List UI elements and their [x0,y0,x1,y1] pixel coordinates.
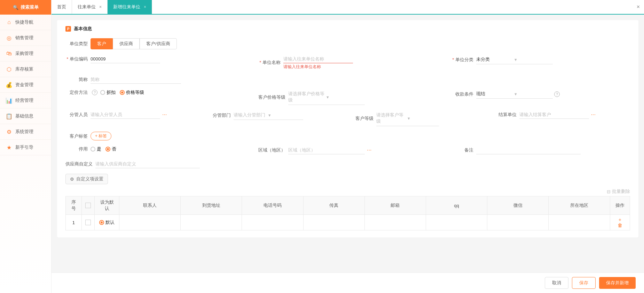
col-phone: 电话号码 [242,196,303,215]
region-more-btn[interactable]: ··· [367,147,371,153]
sidebar-item-operations[interactable]: 📊 经营管理 [0,93,51,108]
settlement-unit-input[interactable] [519,111,589,119]
sidebar-item-guide[interactable]: ★ 新手引导 [0,140,51,155]
row-add-btn[interactable]: + [619,217,621,222]
purchase-icon: 🛍 [6,50,13,57]
settlement-more-btn[interactable]: ··· [591,112,596,118]
remark-input[interactable] [476,146,581,154]
sidebar-item-basic-info[interactable]: 📋 基础信息 [0,108,51,124]
phone-input[interactable] [245,220,299,225]
col-email: 邮箱 [364,196,426,215]
customer-level-select[interactable]: 请选择客户等级 ▾ [376,111,439,126]
unit-name-error: 请输入往来单位名称 [283,64,353,70]
cell-email[interactable] [364,215,426,230]
cell-seq: 1 [66,215,82,230]
shortname-label: 简称 [65,76,88,83]
system-icon: ⚙ [6,128,13,135]
batch-delete-label[interactable]: 批量删除 [612,188,630,195]
dept-select[interactable]: 请输入分管部门 ▾ [234,111,303,120]
chevron-cl-icon: ▾ [408,116,439,121]
manager-more-btn[interactable]: ··· [162,112,167,118]
fax-input[interactable] [307,220,361,225]
row-code-name-category: 单位编码 单位名称 请输入往来单位名称 单位分类 未分类 ▾ [65,55,630,70]
sidebar-item-finance[interactable]: 💰 资金管理 [0,77,51,93]
cell-address[interactable] [181,215,242,230]
chevron-pt-icon: ▾ [515,91,553,97]
payment-help-icon[interactable]: ? [554,91,560,97]
shortname-input[interactable] [91,75,181,84]
col-checkbox [81,196,94,215]
sidebar-item-inventory[interactable]: ⬡ 库存核算 [0,62,51,77]
region-input[interactable] [288,146,365,154]
sidebar-search[interactable]: 🔍 搜索菜单 [0,0,51,15]
tab-partner[interactable]: 往来单位 × [72,0,108,14]
cancel-button[interactable]: 取消 [545,277,568,289]
radio-price-level-circle [120,90,125,95]
col-action: 操作 [610,196,630,215]
field-payment-terms: 收款条件 现结 ▾ ? [451,89,630,99]
radio-yes[interactable]: 是 [91,146,101,152]
location-input[interactable] [552,220,606,225]
btn-both[interactable]: 客户/供应商 [140,38,177,49]
manager-label: 分管人员 [65,112,88,118]
contact-input[interactable] [123,220,177,225]
row-delete-btn[interactable]: 🗑 [618,222,622,228]
unit-name-label: 单位名称 [258,59,281,66]
close-all-tabs[interactable]: × [633,0,644,14]
content-area: P 基本信息 单位类型 客户 供应商 客户/供应商 单位编码 [52,15,644,272]
radio-discount-circle [100,90,105,95]
tab-new-partner-close[interactable]: × [144,5,146,9]
radio-no[interactable]: 否 [105,146,116,152]
unit-code-input[interactable] [91,55,160,63]
cell-fax[interactable] [303,215,364,230]
pricing-help-icon[interactable]: ? [92,90,97,95]
email-input[interactable] [368,220,422,225]
cell-location[interactable] [549,215,610,230]
chevron-dept-icon: ▾ [268,113,303,118]
sidebar-item-purchase[interactable]: 🛍 采购管理 [0,46,51,62]
btn-supplier[interactable]: 供应商 [113,38,140,49]
manager-input[interactable] [91,111,160,119]
btn-customer[interactable]: 客户 [91,38,113,49]
cell-qq[interactable] [426,215,487,230]
cell-phone[interactable] [242,215,303,230]
unit-name-input[interactable] [283,55,353,63]
field-customer-level: 客户等级 请选择客户等级 ▾ [351,111,487,126]
unit-type-label: 单位类型 [65,41,88,47]
chevron-icon: ▾ [515,57,553,62]
address-input[interactable] [184,220,238,225]
sidebar-item-quick-nav[interactable]: ⌂ 快捷导航 [0,15,51,30]
radio-price-level[interactable]: 价格等级 [120,89,144,96]
wechat-input[interactable] [491,220,545,225]
sales-icon: ◎ [6,34,13,41]
radio-yes-circle [91,147,95,152]
tab-home[interactable]: 首页 [52,0,72,14]
add-tag-btn[interactable]: + 标签 [91,132,111,140]
row-checkbox[interactable] [85,220,91,225]
qq-input[interactable] [430,220,484,225]
customer-price-level-select[interactable]: 请选择客户价格等级 ▾ [288,89,365,105]
row-manager: 分管人员 ··· 分管部门 请输入分管部门 ▾ 客户等级 请选择客户等级 ▾ [65,111,630,126]
dept-label: 分管部门 [209,112,231,119]
sidebar-item-system[interactable]: ⚙ 系统管理 [0,124,51,140]
unit-type-group: 客户 供应商 客户/供应商 [91,38,177,49]
payment-terms-select[interactable]: 现结 ▾ [476,89,553,99]
supplier-custom-input[interactable] [95,160,200,168]
disable-radio-group: 是 否 [91,146,116,152]
tab-new-partner[interactable]: 新增往来单位 × [108,0,152,14]
row-default-radio[interactable]: 默认 [98,219,116,226]
save-and-new-button[interactable]: 保存并新增 [599,277,636,289]
save-button[interactable]: 保存 [572,277,596,289]
field-unit-name: 单位名称 请输入往来单位名称 [258,55,437,70]
field-disable: 停用 是 否 [65,146,244,152]
tab-partner-close[interactable]: × [99,5,102,9]
sidebar: 🔍 搜索菜单 ⌂ 快捷导航 ◎ 销售管理 🛍 采购管理 ⬡ 库存核算 💰 资金管… [0,0,52,293]
cell-wechat[interactable] [487,215,549,230]
cell-contact[interactable] [119,215,181,230]
custom-settings-btn[interactable]: ⚙ 自定义项设置 [65,174,108,184]
field-department: 分管部门 请输入分管部门 ▾ [209,111,345,120]
unit-category-select[interactable]: 未分类 ▾ [476,55,553,64]
select-all-checkbox[interactable] [85,203,91,208]
radio-discount[interactable]: 折扣 [100,89,116,96]
sidebar-item-sales[interactable]: ◎ 销售管理 [0,30,51,46]
